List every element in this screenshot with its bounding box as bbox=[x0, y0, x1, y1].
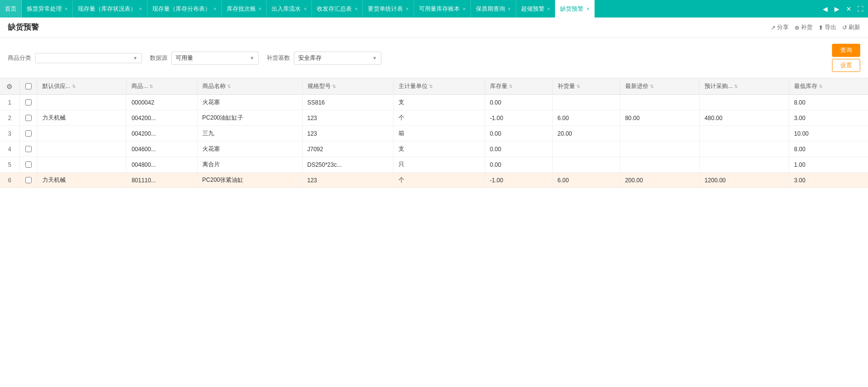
nav-tab-9[interactable]: 保质期查询 × bbox=[471, 0, 516, 18]
row-checkbox-1[interactable] bbox=[25, 115, 32, 121]
settings-gear-icon[interactable]: ⚙ bbox=[6, 83, 13, 90]
nav-tab-home[interactable]: 首页 bbox=[0, 0, 22, 18]
row-estimated-purchase bbox=[700, 95, 789, 110]
table-body: 1 0000042 火花塞 SS816 支 0.00 8.00 2 力天机械 0… bbox=[0, 95, 868, 188]
replenish-base-select[interactable]: 安全库存 ▼ bbox=[294, 52, 381, 65]
th-spec-sort-icon[interactable]: ⇅ bbox=[332, 84, 336, 89]
nav-tab-8[interactable]: 可用量库存账本 × bbox=[414, 0, 471, 18]
close-tab-9[interactable]: × bbox=[508, 6, 511, 12]
nav-close-button[interactable]: ✕ bbox=[843, 3, 854, 15]
close-tab-4[interactable]: × bbox=[259, 6, 262, 12]
category-select[interactable]: ▼ bbox=[35, 53, 142, 63]
row-min-stock: 8.00 bbox=[789, 141, 868, 157]
close-tab-7[interactable]: × bbox=[406, 6, 409, 12]
row-estimated-purchase bbox=[700, 141, 789, 157]
close-tab-5[interactable]: × bbox=[304, 6, 307, 12]
table-row: 6 力天机械 801110... PC200张紧油缸 123 个 -1.00 6… bbox=[0, 173, 868, 188]
share-button[interactable]: ↗ 分享 bbox=[771, 23, 789, 32]
nav-tab-4[interactable]: 库存批次账 × bbox=[222, 0, 267, 18]
row-supplier: 力天机械 bbox=[37, 173, 127, 188]
row-stock: 0.00 bbox=[485, 141, 552, 157]
replenish-base-label: 补货基数 bbox=[267, 54, 290, 62]
th-latest-price-sort-icon[interactable]: ⇅ bbox=[650, 84, 654, 89]
page-header: 缺货预警 ↗ 分享 ⊕ 补货 ⬆ 导出 ↺ 刷新 bbox=[0, 18, 868, 38]
filter-actions: 查询 设置 bbox=[832, 44, 860, 72]
row-unit: 个 bbox=[393, 173, 485, 188]
close-tab-3[interactable]: × bbox=[214, 6, 217, 12]
th-min-stock-label: 最低库存 bbox=[794, 82, 817, 90]
row-spec: 123 bbox=[302, 110, 393, 126]
nav-tab-11[interactable]: 缺货预警 × bbox=[555, 0, 595, 18]
close-tab-8[interactable]: × bbox=[463, 6, 466, 12]
nav-next-button[interactable]: ▶ bbox=[831, 3, 843, 15]
row-product-name: 火花塞 bbox=[197, 141, 302, 157]
th-min-stock-sort-icon[interactable]: ⇅ bbox=[819, 84, 823, 89]
refresh-icon: ↺ bbox=[842, 24, 847, 31]
th-product-code-sort-icon[interactable]: ⇅ bbox=[149, 84, 153, 89]
row-checkbox-5[interactable] bbox=[25, 177, 32, 183]
row-estimated-purchase bbox=[700, 126, 789, 141]
close-tab-11[interactable]: × bbox=[586, 6, 589, 12]
row-supplier bbox=[37, 95, 127, 110]
settings-button[interactable]: 设置 bbox=[832, 59, 860, 72]
th-stock-sort-icon[interactable]: ⇅ bbox=[509, 84, 513, 89]
replenish-button[interactable]: ⊕ 补货 bbox=[795, 23, 813, 32]
close-tab-10[interactable]: × bbox=[547, 6, 550, 12]
row-latest-price bbox=[620, 126, 699, 141]
table-row: 1 0000042 火花塞 SS816 支 0.00 8.00 bbox=[0, 95, 868, 110]
row-replenish: 6.00 bbox=[552, 173, 620, 188]
row-check-cell bbox=[19, 141, 37, 157]
table-row: 4 004600... 火花塞 J7092 支 0.00 8.00 bbox=[0, 141, 868, 157]
nav-tab-2[interactable]: 现存量（库存状况表） × bbox=[73, 0, 147, 18]
th-replenish-sort-icon[interactable]: ⇅ bbox=[577, 84, 580, 89]
row-number: 3 bbox=[0, 126, 19, 141]
nav-tab-6[interactable]: 收发存汇总表 × bbox=[312, 0, 363, 18]
row-checkbox-3[interactable] bbox=[25, 146, 32, 152]
row-number: 1 bbox=[0, 95, 19, 110]
th-unit-sort-icon[interactable]: ⇅ bbox=[429, 84, 433, 89]
th-estimated-purchase-sort-icon[interactable]: ⇅ bbox=[734, 84, 738, 89]
th-stock-label: 库存量 bbox=[490, 82, 507, 90]
th-supplier: 默认供应... ⇅ bbox=[37, 78, 127, 95]
replenish-base-filter-group: 补货基数 安全库存 ▼ bbox=[267, 52, 381, 65]
nav-tab-1[interactable]: 炼货异常处理 × bbox=[22, 0, 73, 18]
row-number: 2 bbox=[0, 110, 19, 126]
nav-tab-3[interactable]: 现存量（库存分布表） × bbox=[147, 0, 222, 18]
th-estimated-purchase-label: 预计采购... bbox=[705, 82, 733, 90]
close-tab-1[interactable]: × bbox=[65, 6, 68, 12]
query-button[interactable]: 查询 bbox=[832, 44, 860, 57]
th-unit: 主计量单位 ⇅ bbox=[393, 78, 485, 95]
th-latest-price-label: 最新进价 bbox=[625, 82, 649, 90]
row-product-name: 火花塞 bbox=[197, 95, 302, 110]
top-navigation: 首页 炼货异常处理 × 现存量（库存状况表） × 现存量（库存分布表） × 库存… bbox=[0, 0, 868, 18]
th-check bbox=[19, 78, 37, 95]
table-row: 3 004200... 三九 123 箱 0.00 20.00 10.00 bbox=[0, 126, 868, 141]
nav-prev-button[interactable]: ◀ bbox=[819, 3, 831, 15]
nav-tab-7[interactable]: 要货单统计表 × bbox=[363, 0, 414, 18]
nav-tab-5[interactable]: 出入库流水 × bbox=[267, 0, 312, 18]
th-estimated-purchase: 预计采购... ⇅ bbox=[700, 78, 789, 95]
close-tab-6[interactable]: × bbox=[355, 6, 358, 12]
row-supplier: 力天机械 bbox=[37, 110, 127, 126]
datasource-select[interactable]: 可用量 ▼ bbox=[171, 52, 259, 65]
select-all-checkbox[interactable] bbox=[25, 83, 32, 89]
row-stock: 0.00 bbox=[485, 157, 552, 173]
refresh-button[interactable]: ↺ 刷新 bbox=[842, 23, 860, 32]
row-supplier bbox=[37, 157, 127, 173]
row-spec: DS250*23c... bbox=[302, 157, 393, 173]
nav-tab-10[interactable]: 超储预警 × bbox=[516, 0, 556, 18]
row-min-stock: 3.00 bbox=[789, 110, 868, 126]
row-checkbox-0[interactable] bbox=[25, 99, 32, 106]
th-stock: 库存量 ⇅ bbox=[485, 78, 552, 95]
row-check-cell bbox=[19, 110, 37, 126]
row-checkbox-2[interactable] bbox=[25, 130, 32, 137]
row-latest-price bbox=[620, 95, 699, 110]
th-product-name-sort-icon[interactable]: ⇅ bbox=[227, 84, 231, 89]
row-product-code: 801110... bbox=[127, 173, 197, 188]
category-filter-group: 商品分类 ▼ bbox=[8, 53, 142, 63]
close-tab-2[interactable]: × bbox=[139, 6, 142, 12]
th-supplier-sort-icon[interactable]: ⇅ bbox=[72, 84, 76, 89]
nav-maximize-button[interactable]: ⛶ bbox=[854, 3, 866, 15]
export-button[interactable]: ⬆ 导出 bbox=[818, 23, 836, 32]
row-checkbox-4[interactable] bbox=[25, 161, 32, 168]
